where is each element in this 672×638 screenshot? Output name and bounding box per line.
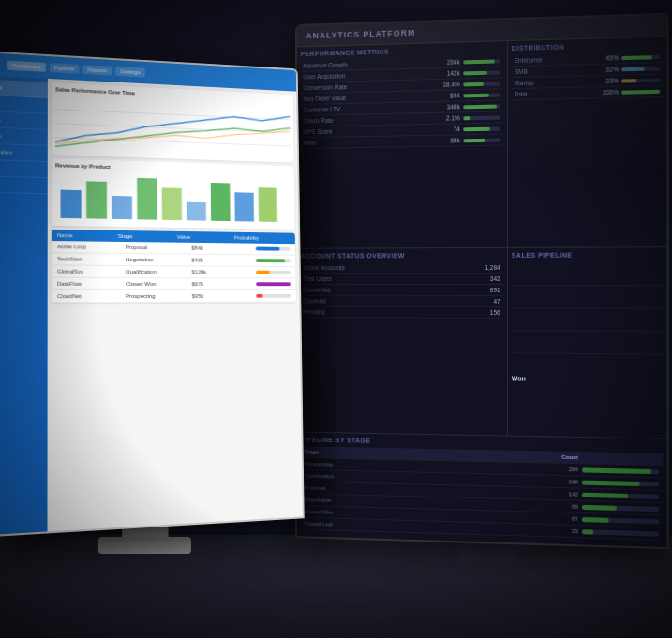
back-right-label: Distribution	[512, 41, 664, 52]
bottom-header-count: Count	[540, 453, 578, 460]
col-stage: Stage	[118, 233, 177, 240]
col-value: Value	[177, 234, 234, 241]
chart-bars	[512, 262, 664, 378]
back-mid-rows: Active Accounts 1,284 Trial Users 342 Co…	[301, 262, 503, 319]
front-bar-chart-svg	[55, 171, 291, 222]
back-bottom-section: Pipeline by Stage Stage Count Value Pros…	[297, 433, 667, 545]
front-line-chart	[55, 95, 291, 159]
svg-rect-5	[187, 202, 206, 221]
back-monitor-screen: ANALYTICS PLATFORM Performance Metrics R…	[297, 15, 667, 547]
svg-rect-2	[112, 196, 132, 219]
front-table: Name Stage Value Probability Acme Corp P…	[52, 230, 296, 303]
back-mid-right: Sales Pipeline Won	[508, 247, 667, 438]
scene: ANALYTICS PLATFORM Performance Metrics R…	[0, 0, 672, 638]
tab-pipeline[interactable]: Pipeline	[50, 63, 80, 74]
back-mid-row: Converted 891	[301, 285, 503, 296]
front-monitor: CRM Dashboard Pipeline Reports Settings …	[0, 50, 305, 539]
back-mid-row: Trial Users 342	[301, 274, 503, 285]
svg-rect-4	[162, 187, 182, 220]
front-table-row[interactable]: CloudNet Prospecting $95k	[52, 290, 296, 303]
front-table-row[interactable]: DataFlow Closed Won $67k	[52, 278, 296, 290]
front-sidebar: OverviewLeadsContactsAccountsOpportuniti…	[0, 75, 48, 537]
front-tabs: Dashboard Pipeline Reports Settings	[7, 61, 145, 78]
col-name: Name	[57, 232, 118, 239]
back-monitor-title: ANALYTICS PLATFORM	[306, 28, 415, 40]
back-rows-left: Revenue Growth 284k User Acquisition 142…	[301, 55, 503, 149]
back-row-left: MRR 89k	[301, 135, 503, 149]
sidebar-item-leads[interactable]: Leads	[0, 95, 48, 114]
front-main: Sales Performance Over Time	[47, 79, 302, 531]
back-rows-right: Enterprise 45% SMB 32% Startup 23% Total…	[512, 52, 664, 100]
sidebar-item-contacts[interactable]: Contacts	[0, 111, 48, 130]
back-mid-row: Pending 156	[301, 306, 503, 319]
front-chart2: Revenue by Product	[52, 158, 295, 230]
front-table-row[interactable]: GlobalSys Qualification $128k	[52, 265, 296, 278]
front-monitor-base	[98, 537, 191, 554]
front-table-rows: Acme Corp Proposal $84k TechStart Negoti…	[52, 241, 296, 303]
sidebar-item-reports[interactable]: Reports	[0, 159, 48, 178]
back-mid-left: Account Status Overview Active Accounts …	[297, 248, 508, 436]
tab-reports[interactable]: Reports	[82, 65, 112, 76]
bottom-header-stage: Stage	[305, 449, 541, 459]
front-content: OverviewLeadsContactsAccountsOpportuniti…	[0, 75, 303, 537]
tab-dashboard[interactable]: Dashboard	[7, 61, 46, 72]
back-left-panel: Performance Metrics Revenue Growth 284k …	[297, 41, 508, 248]
svg-rect-1	[86, 181, 107, 218]
back-bottom-rows: Prospecting 284 Qualification 198 Propos…	[301, 458, 664, 541]
back-mid-row: Churned 47	[301, 296, 503, 307]
bar-chart-area	[512, 262, 664, 378]
svg-rect-8	[259, 187, 277, 222]
back-monitor-base	[432, 563, 545, 582]
svg-rect-7	[234, 192, 254, 221]
sidebar-item-settings[interactable]: Settings	[0, 176, 48, 194]
front-chart1: Sales Performance Over Time	[52, 82, 294, 163]
back-top-section: Performance Metrics Revenue Growth 284k …	[297, 37, 667, 248]
svg-rect-6	[211, 183, 231, 221]
col-prob: Probability	[234, 235, 290, 242]
front-monitor-screen: CRM Dashboard Pipeline Reports Settings …	[0, 52, 303, 536]
svg-rect-3	[137, 178, 157, 220]
back-mid-row: Active Accounts 1,284	[301, 262, 503, 274]
sidebar-item-overview[interactable]: Overview	[0, 79, 48, 98]
mid-label: Account Status Overview	[301, 252, 503, 260]
back-row-right: Total 100%	[512, 86, 664, 101]
sidebar-item-accounts[interactable]: Accounts	[0, 127, 48, 146]
svg-rect-0	[61, 190, 82, 219]
sidebar-item-opportunities[interactable]: Opportunities	[0, 143, 48, 162]
bottom-header-bar-spacer: Value	[582, 455, 659, 462]
front-sidebar-items: OverviewLeadsContactsAccountsOpportuniti…	[0, 79, 48, 195]
back-right-panel: Distribution Enterprise 45% SMB 32% Star…	[508, 37, 667, 246]
back-monitor: ANALYTICS PLATFORM Performance Metrics R…	[295, 13, 669, 549]
bar-chart-label: Sales Pipeline	[512, 251, 664, 259]
tab-settings[interactable]: Settings	[115, 67, 144, 77]
back-mid-section: Account Status Overview Active Accounts …	[297, 247, 667, 438]
